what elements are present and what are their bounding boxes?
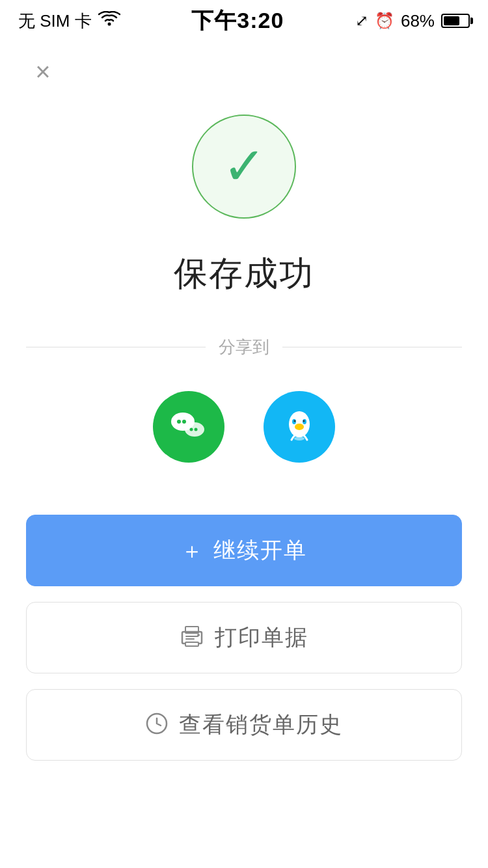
main-content: × ✓ 保存成功 分享到	[0, 42, 488, 815]
history-label: 查看销货单历史	[179, 710, 343, 740]
status-right: ⤢ ⏰ 68%	[355, 11, 470, 31]
share-qq-button[interactable]	[264, 391, 335, 463]
success-icon-circle: ✓	[192, 115, 296, 219]
svg-point-10	[294, 420, 296, 422]
svg-rect-15	[185, 636, 198, 637]
divider-right	[282, 347, 462, 347]
view-history-button[interactable]: 查看销货单历史	[26, 689, 462, 761]
checkmark-icon: ✓	[223, 141, 266, 193]
svg-point-19	[197, 634, 200, 636]
svg-point-0	[107, 22, 111, 25]
svg-point-6	[195, 428, 198, 431]
svg-point-5	[190, 428, 193, 431]
status-time: 下午3:20	[191, 6, 284, 36]
svg-rect-18	[185, 642, 198, 646]
close-icon: ×	[35, 59, 50, 85]
share-icons-row	[153, 391, 335, 463]
continue-order-button[interactable]: ＋ 继续开单	[26, 515, 462, 586]
svg-rect-16	[185, 638, 195, 640]
qq-icon	[278, 406, 320, 448]
alarm-icon: ⏰	[375, 12, 394, 30]
print-label: 打印单据	[215, 623, 308, 653]
location-icon: ⤢	[355, 12, 368, 30]
close-button-row: ×	[26, 55, 462, 88]
success-title: 保存成功	[174, 251, 314, 297]
battery-pct: 68%	[401, 11, 435, 31]
share-label: 分享到	[219, 336, 269, 359]
share-divider: 分享到	[26, 336, 462, 359]
print-receipt-button[interactable]: 打印单据	[26, 602, 462, 673]
status-left: 无 SIM 卡	[18, 10, 120, 33]
wechat-icon	[169, 409, 209, 445]
svg-point-12	[295, 424, 304, 430]
divider-left	[26, 347, 206, 347]
share-wechat-button[interactable]	[153, 391, 224, 463]
status-bar: 无 SIM 卡 下午3:20 ⤢ ⏰ 68%	[0, 0, 488, 42]
print-icon	[180, 625, 204, 651]
close-button[interactable]: ×	[26, 55, 60, 88]
svg-point-3	[182, 420, 186, 424]
carrier-label: 无 SIM 卡	[18, 10, 92, 33]
battery-icon	[441, 14, 470, 28]
wifi-icon	[98, 11, 120, 31]
svg-point-2	[177, 420, 181, 424]
svg-point-11	[303, 420, 305, 422]
plus-icon: ＋	[181, 539, 203, 562]
continue-order-label: 继续开单	[213, 536, 307, 565]
svg-point-13	[294, 437, 305, 441]
history-icon	[145, 712, 169, 739]
